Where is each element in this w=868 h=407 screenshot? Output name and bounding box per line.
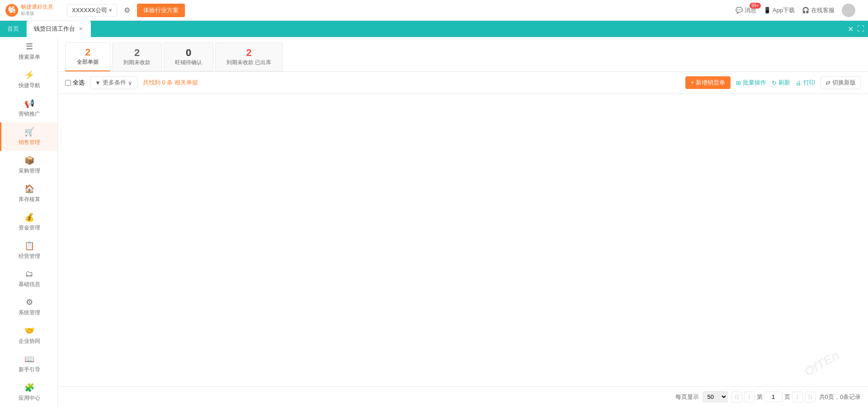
work-tab-overdue-label: 到期未收款 (123, 59, 151, 66)
work-tab-all[interactable]: 2 全部单据 (65, 42, 110, 71)
sidebar-purchase-label: 采购管理 (19, 167, 40, 175)
refresh-button[interactable]: ↻ 刷新 (772, 79, 790, 87)
per-page-select[interactable]: 50 100 200 (703, 391, 728, 402)
top-header: 畅 畅捷通好生意 标准版 XXXXXX公司 ▾ ⚙ 体验行业方案 💬 消息 99… (0, 0, 868, 21)
batch-label: 批量操作 (743, 79, 766, 87)
sidebar: ☰ 搜索菜单 ⚡ 快捷导航 📢 营销推广 🛒 销售管理 📦 采购管理 🏠 库存核… (0, 37, 58, 407)
next-page-button[interactable]: ⟩ (792, 392, 803, 402)
work-tab-pending-num: 0 (186, 47, 191, 59)
pagination-bar: 每页显示 50 100 200 ⟨⟨ ⟨ 第 页 ⟩ ⟩⟩ 共0页，0条记录 (58, 386, 868, 407)
handshake-icon: 🤝 (24, 326, 34, 336)
gear-icon: ⚙ (26, 297, 33, 307)
sidebar-item-finance[interactable]: 💰 资金管理 (0, 208, 57, 236)
found-unit: 条 (167, 79, 173, 86)
filter-label: 更多条件 (103, 79, 126, 87)
print-label: 打印 (803, 79, 815, 87)
per-page-label: 每页显示 (675, 393, 699, 401)
sidebar-item-guide[interactable]: 📖 新手引导 (0, 350, 57, 378)
filter-icon: ▼ (95, 80, 101, 86)
sidebar-search-label: 搜索菜单 (19, 53, 40, 61)
company-name: XXXXXX公司 (72, 6, 107, 14)
settings-icon[interactable]: ⚙ (121, 4, 133, 17)
tab-work[interactable]: 钱货日清工作台 ✕ (27, 21, 91, 37)
page-label: 第 (757, 393, 763, 401)
puzzle-icon: 🧩 (24, 383, 34, 393)
last-page-button[interactable]: ⟩⟩ (805, 392, 816, 402)
sidebar-item-operations[interactable]: 📋 经营管理 (0, 236, 57, 265)
search-icon: ☰ (26, 42, 33, 51)
sidebar-item-sales[interactable]: 🛒 销售管理 (0, 122, 57, 151)
sidebar-item-app-center[interactable]: 🧩 应用中心 (0, 378, 57, 407)
switch-label: 切换新版 (832, 79, 856, 87)
home-icon: 🏠 (24, 184, 34, 194)
experience-button[interactable]: 体验行业方案 (137, 4, 185, 17)
sidebar-basic-info-label: 基础信息 (19, 281, 40, 288)
sidebar-item-basic-info[interactable]: 🗂 基础信息 (0, 265, 57, 293)
work-tab-all-label: 全部单据 (77, 58, 99, 66)
found-number: 0 (162, 79, 165, 86)
tab-bar-actions: ✕ ⛶ (848, 25, 868, 33)
sidebar-item-system[interactable]: ⚙ 系统管理 (0, 293, 57, 321)
close-icon[interactable]: ✕ (79, 26, 83, 32)
tab-close-icon[interactable]: ✕ (848, 25, 854, 33)
sidebar-item-search[interactable]: ☰ 搜索菜单 (0, 37, 57, 65)
tab-maximize-icon[interactable]: ⛶ (857, 25, 864, 33)
page-navigation: ⟨⟨ ⟨ 第 页 ⟩ ⟩⟩ (731, 392, 816, 402)
work-tab-overdue-num: 2 (134, 47, 140, 59)
online-service-button[interactable]: 🎧 在线客服 (802, 6, 835, 14)
tab-home[interactable]: 首页 (0, 21, 27, 37)
cart-icon: 🛒 (24, 127, 34, 137)
select-all-input[interactable] (65, 80, 71, 86)
found-count: 共找到 0 条 相关单据 (143, 79, 198, 87)
work-tab-pending[interactable]: 0 旺铺待确认 (164, 42, 213, 71)
sidebar-item-enterprise[interactable]: 🤝 企业协同 (0, 321, 57, 350)
work-tab-overdue[interactable]: 2 到期未收款 (112, 42, 162, 71)
message-icon: 💬 (736, 7, 743, 14)
first-page-button[interactable]: ⟨⟨ (731, 392, 742, 402)
header-left: 畅 畅捷通好生意 标准版 XXXXXX公司 ▾ ⚙ 体验行业方案 (5, 4, 185, 17)
work-tab-shipped[interactable]: 2 到期未收款 已出库 (215, 42, 283, 71)
folder-icon: 🗂 (25, 269, 33, 279)
switch-version-button[interactable]: ⇄ 切换新版 (821, 76, 861, 89)
work-tab-list: 2 全部单据 2 到期未收款 0 旺铺待确认 2 到期未收款 已出库 (65, 42, 861, 71)
print-button[interactable]: 🖨 打印 (796, 79, 815, 87)
company-selector[interactable]: XXXXXX公司 ▾ (67, 4, 117, 17)
sidebar-item-marketing[interactable]: 📢 营销推广 (0, 94, 57, 122)
page-suffix: 页 (784, 393, 790, 401)
total-info: 共0页，0条记录 (819, 393, 861, 401)
work-tab-pending-label: 旺铺待确认 (175, 59, 202, 66)
lightning-icon: ⚡ (24, 70, 34, 80)
toolbar: 全选 ▼ 更多条件 ∨ 共找到 0 条 相关单据 + 新增销货单 ⊞ 批量操作 (58, 72, 868, 94)
avatar[interactable] (842, 4, 855, 17)
tab-home-label: 首页 (7, 25, 19, 33)
sidebar-sales-label: 销售管理 (19, 139, 40, 146)
app-download-label: App下载 (773, 6, 795, 14)
toolbar-right: + 新增销货单 ⊞ 批量操作 ↻ 刷新 🖨 打印 ⇄ 切换新版 (685, 76, 861, 89)
sidebar-item-purchase[interactable]: 📦 采购管理 (0, 151, 57, 179)
sidebar-enterprise-label: 企业协同 (19, 337, 40, 345)
sidebar-quicknav-label: 快捷导航 (19, 82, 40, 89)
sidebar-item-inventory[interactable]: 🏠 库存核算 (0, 179, 57, 208)
page-input[interactable] (764, 392, 783, 402)
print-icon: 🖨 (796, 80, 802, 86)
table-area (58, 94, 868, 386)
batch-operation-button[interactable]: ⊞ 批量操作 (736, 79, 766, 87)
select-all-label: 全选 (73, 79, 85, 87)
message-badge: 99+ (750, 3, 761, 9)
message-button[interactable]: 💬 消息 99+ (736, 6, 756, 14)
refresh-icon: ↻ (772, 80, 777, 86)
sidebar-item-quicknav[interactable]: ⚡ 快捷导航 (0, 65, 57, 94)
logo-icon: 畅 (5, 4, 18, 17)
work-tabs: 2 全部单据 2 到期未收款 0 旺铺待确认 2 到期未收款 已出库 (58, 37, 868, 72)
chevron-down-icon: ▾ (109, 7, 112, 14)
prev-page-button[interactable]: ⟨ (744, 392, 755, 402)
content-area: 2 全部单据 2 到期未收款 0 旺铺待确认 2 到期未收款 已出库 (58, 37, 868, 407)
app-download-button[interactable]: 📱 App下载 (764, 6, 795, 14)
box-icon: 📦 (24, 155, 34, 165)
sidebar-guide-label: 新手引导 (19, 366, 40, 374)
logo-sub: 标准版 (21, 10, 53, 17)
select-all-checkbox[interactable]: 全选 (65, 79, 85, 87)
filter-button[interactable]: ▼ 更多条件 ∨ (90, 76, 137, 89)
tab-work-label: 钱货日清工作台 (34, 25, 75, 33)
add-order-button[interactable]: + 新增销货单 (685, 76, 731, 89)
